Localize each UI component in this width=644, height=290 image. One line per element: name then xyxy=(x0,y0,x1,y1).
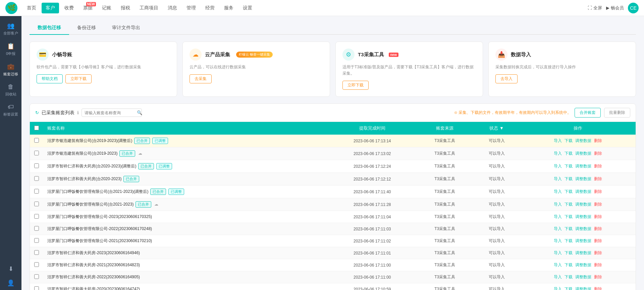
info-icon[interactable]: ℹ xyxy=(77,110,79,115)
go-collect-btn[interactable]: 去采集 xyxy=(190,74,212,83)
action-调整数据[interactable]: 调整数据 xyxy=(575,202,591,207)
action-下载[interactable]: 下载 xyxy=(565,151,573,156)
action-调整数据[interactable]: 调整数据 xyxy=(575,176,591,181)
row-checkbox[interactable] xyxy=(34,238,39,243)
nav-item-home[interactable]: 首页 xyxy=(23,3,40,13)
action-下载[interactable]: 下载 xyxy=(565,176,573,181)
logo-icon[interactable]: 🌿 xyxy=(5,2,17,14)
nav-item-bookkeeping[interactable]: 记账 xyxy=(98,3,115,13)
action-下载[interactable]: 下载 xyxy=(565,214,573,219)
row-checkbox[interactable] xyxy=(34,274,39,279)
sidebar-item-user[interactable]: 👤 xyxy=(0,276,21,290)
action-下载[interactable]: 下载 xyxy=(565,164,573,168)
action-delete[interactable]: 删除 xyxy=(594,250,602,255)
batch-delete-btn[interactable]: 批量删除 xyxy=(604,108,630,118)
tab-data-migration[interactable]: 数据包迁移 xyxy=(30,21,69,35)
action-下载[interactable]: 下载 xyxy=(565,202,573,207)
action-下载[interactable]: 下载 xyxy=(565,275,573,279)
action-下载[interactable]: 下载 xyxy=(565,287,573,290)
sidebar-item-all-clients[interactable]: 👥 全部客户 xyxy=(0,19,21,39)
sidebar-item-download[interactable]: ⬇ xyxy=(0,262,21,276)
sidebar-item-recycle[interactable]: 🗑 回收站 xyxy=(0,80,21,100)
action-导入[interactable]: 导入 xyxy=(554,189,562,194)
nav-item-operation[interactable]: 经营 xyxy=(201,3,219,13)
action-下载[interactable]: 下载 xyxy=(565,138,573,143)
action-下载[interactable]: 下载 xyxy=(565,226,573,231)
search-icon[interactable]: 🔍 xyxy=(137,110,142,115)
help-doc-btn[interactable]: 帮助文档 xyxy=(37,74,63,83)
action-导入[interactable]: 导入 xyxy=(554,226,562,231)
nav-item-ticket[interactable]: 票据 NEW xyxy=(79,3,97,13)
action-调整数据[interactable]: 调整数据 xyxy=(575,238,591,243)
action-调整数据[interactable]: 调整数据 xyxy=(575,214,591,219)
action-调整数据[interactable]: 调整数据 xyxy=(575,151,591,156)
action-导入[interactable]: 导入 xyxy=(554,214,562,219)
action-delete[interactable]: 删除 xyxy=(594,202,602,207)
fullscreen-btn[interactable]: ⛶ 全屏 xyxy=(588,5,602,11)
action-下载[interactable]: 下载 xyxy=(565,238,573,243)
tab-backup-migration[interactable]: 备份迁移 xyxy=(69,21,104,35)
action-调整数据[interactable]: 调整数据 xyxy=(575,287,591,290)
action-delete[interactable]: 删除 xyxy=(594,226,602,231)
row-checkbox[interactable] xyxy=(34,151,39,155)
vip-btn[interactable]: ▶ 畅会员 xyxy=(606,5,624,11)
t3-download-btn[interactable]: 立即下载 xyxy=(342,81,369,90)
download-now-btn[interactable]: 立即下载 xyxy=(65,74,92,83)
row-checkbox[interactable] xyxy=(34,138,39,143)
row-checkbox[interactable] xyxy=(34,262,39,267)
nav-item-fee[interactable]: 收费 xyxy=(60,3,78,13)
action-导入[interactable]: 导入 xyxy=(554,250,562,255)
nav-item-settings[interactable]: 设置 xyxy=(239,3,256,13)
action-导入[interactable]: 导入 xyxy=(554,164,562,168)
action-导入[interactable]: 导入 xyxy=(554,287,562,290)
action-调整数据[interactable]: 调整数据 xyxy=(575,164,591,168)
action-导入[interactable]: 导入 xyxy=(554,176,562,181)
nav-item-manage[interactable]: 管理 xyxy=(182,3,200,13)
nav-item-bizproject[interactable]: 工商项目 xyxy=(136,3,162,13)
row-checkbox[interactable] xyxy=(34,189,39,194)
action-delete[interactable]: 删除 xyxy=(594,287,602,290)
action-导入[interactable]: 导入 xyxy=(554,238,562,243)
action-delete[interactable]: 删除 xyxy=(594,263,602,267)
go-import-btn[interactable]: 去导入 xyxy=(495,74,518,83)
refresh-icon[interactable]: ↻ xyxy=(35,110,39,115)
row-checkbox[interactable] xyxy=(34,214,39,219)
nav-item-message[interactable]: 消息 xyxy=(164,3,181,13)
action-调整数据[interactable]: 调整数据 xyxy=(575,250,591,255)
search-input[interactable] xyxy=(85,111,135,115)
avatar[interactable]: CE xyxy=(628,3,639,13)
row-checkbox[interactable] xyxy=(34,176,39,181)
action-调整数据[interactable]: 调整数据 xyxy=(575,226,591,231)
row-checkbox[interactable] xyxy=(34,202,39,206)
action-delete[interactable]: 删除 xyxy=(594,238,602,243)
action-调整数据[interactable]: 调整数据 xyxy=(575,138,591,143)
action-导入[interactable]: 导入 xyxy=(554,202,562,207)
nav-item-client[interactable]: 客户 xyxy=(42,3,59,13)
action-下载[interactable]: 下载 xyxy=(565,250,573,255)
sidebar-item-tag-settings[interactable]: 🏷 标签设置 xyxy=(0,100,21,120)
action-delete[interactable]: 删除 xyxy=(594,151,602,156)
action-delete[interactable]: 删除 xyxy=(594,275,602,279)
action-delete[interactable]: 删除 xyxy=(594,138,602,143)
row-checkbox[interactable] xyxy=(34,163,39,168)
nav-item-service[interactable]: 服务 xyxy=(220,3,237,13)
row-checkbox[interactable] xyxy=(34,226,39,231)
row-checkbox[interactable] xyxy=(34,286,39,290)
sidebar-item-zero-report[interactable]: 📋 0申报 xyxy=(0,39,21,60)
merge-accounts-btn[interactable]: 合并账套 xyxy=(575,108,601,118)
action-下载[interactable]: 下载 xyxy=(565,263,573,267)
row-checkbox[interactable] xyxy=(34,250,39,255)
action-调整数据[interactable]: 调整数据 xyxy=(575,189,591,194)
action-导入[interactable]: 导入 xyxy=(554,151,562,156)
action-delete[interactable]: 删除 xyxy=(594,189,602,194)
action-delete[interactable]: 删除 xyxy=(594,214,602,219)
action-导入[interactable]: 导入 xyxy=(554,138,562,143)
sidebar-item-account-migration[interactable]: 💼 账套迁移 xyxy=(0,60,21,80)
select-all-checkbox[interactable] xyxy=(34,126,39,130)
action-delete[interactable]: 删除 xyxy=(594,164,602,168)
tab-audit-export[interactable]: 审计文件导出 xyxy=(104,21,148,35)
action-delete[interactable]: 删除 xyxy=(594,176,602,181)
action-下载[interactable]: 下载 xyxy=(565,189,573,194)
action-调整数据[interactable]: 调整数据 xyxy=(575,275,591,279)
action-导入[interactable]: 导入 xyxy=(554,263,562,267)
